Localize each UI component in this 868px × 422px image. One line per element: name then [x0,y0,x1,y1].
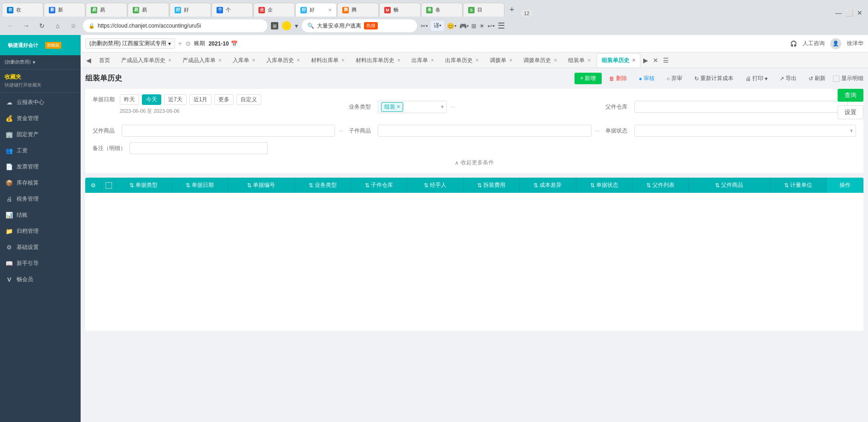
th-settings[interactable]: ⚙ [85,179,102,192]
clckd-history-close[interactable]: × [397,57,400,64]
add-company-icon[interactable]: + [178,40,182,48]
assembly-close[interactable]: × [587,57,591,64]
scissor-tool[interactable]: ✂• [421,23,428,29]
sidebar-item-cloud-reports[interactable]: ☁ 云报表中心 [0,94,81,110]
forward-button[interactable]: → [20,20,32,32]
th-unit[interactable]: ⇅ 计量单位 [770,178,827,193]
tabs-scroll-left[interactable]: ◀ [84,56,93,65]
company-selector-topbar[interactable]: (勿删勿禁用) 江西服宝测试专用 ▾ [85,38,175,49]
bill-status-arrow[interactable]: ▾ [850,127,853,134]
content-tab-assembly-history[interactable]: 组装单历史 × [597,53,640,67]
query-button[interactable]: 查询 [838,89,863,102]
new-tab-button[interactable]: + [505,3,519,17]
print-button[interactable]: 🖨 打印 ▾ [741,73,772,84]
collapse-filter-button[interactable]: ∧ 收起更多条件 [93,156,856,168]
content-tab-rkd-history[interactable]: 入库单历史 × [261,53,305,67]
favorites-shortcut[interactable]: 快捷键打开收藏夹 [5,82,76,88]
abandon-button[interactable]: ○ 弃审 [662,73,687,84]
biz-type-dropdown[interactable]: ▾ [441,104,444,110]
pcrkd-history-close[interactable]: × [168,57,171,64]
content-tab-diaobod-history[interactable]: 调拨单历史 × [518,53,562,67]
sub-goods-more[interactable]: ··· [595,127,600,134]
ckd-history-close[interactable]: × [475,57,479,64]
browser-tab-0[interactable]: 在 在 [2,3,43,17]
game-tool[interactable]: 🎮• [459,23,469,29]
content-tab-ckd-history[interactable]: 出库单历史 × [440,53,484,67]
search-bar[interactable]: 🔍 大量安卓用户逃离 热搜 [302,19,417,32]
refresh-button[interactable]: ↻ [36,20,48,32]
th-no[interactable]: ⇅ 单据编号 [228,178,294,193]
delete-button[interactable]: 🗑 删除 [604,73,632,84]
maximize-button[interactable]: ⬜ [845,9,853,17]
today-button[interactable]: 今天 [142,94,161,105]
sidebar-item-inventory[interactable]: 📦 库存核算 [0,175,81,191]
company-selector[interactable]: (勿删勿禁用) ▾ [0,55,81,69]
qr-icon[interactable]: ⊞ [271,22,278,29]
diaobod-history-close[interactable]: × [554,57,557,64]
browser-tab-10[interactable]: 各 各 [421,3,463,17]
sidebar-item-archive[interactable]: 📁 归档管理 [0,223,81,239]
biz-type-more[interactable]: ··· [451,104,455,110]
period-selector[interactable]: 账期 2021-10 📅 [194,40,238,47]
browser-tab-9[interactable]: M 畅 [379,3,421,17]
sidebar-item-tax[interactable]: 🖨 税务管理 [0,191,81,207]
close-button[interactable]: ✕ [857,9,862,17]
tabs-menu[interactable]: ☰ [661,56,671,65]
tab-close-7[interactable]: × [328,6,332,13]
content-tab-assembly[interactable]: 组装单 × [563,53,596,67]
biz-type-tag-remove[interactable]: × [397,104,400,110]
th-dismantle[interactable]: ⇅ 拆装费用 [463,178,520,193]
header-checkbox[interactable] [106,182,112,189]
support-label[interactable]: 人工咨询 [803,40,825,47]
content-tab-ckd[interactable]: 出库单 × [406,53,439,67]
sidebar-item-fund-mgmt[interactable]: 💰 资金管理 [0,110,81,127]
th-type[interactable]: ⇅ 单据类型 [116,178,172,193]
th-checkbox[interactable] [102,179,116,192]
content-tab-clckd[interactable]: 材料出库单 × [306,53,350,67]
more-date-button[interactable]: 更多 [214,94,234,105]
content-tab-pcrkd[interactable]: 产成品入库单 × [177,53,227,67]
add-button[interactable]: + 新增 [575,73,601,84]
export-button[interactable]: ↗ 导出 [775,73,801,84]
parent-goods-more[interactable]: ··· [339,127,343,134]
th-costdiff[interactable]: ⇅ 成本差异 [520,178,576,193]
content-tab-diaobod[interactable]: 调拨单 × [485,53,517,67]
sidebar-item-membership[interactable]: V 畅会员 [0,272,81,288]
menu-tool[interactable]: ☰ [498,21,505,31]
emoji-tool[interactable]: 😊• [447,23,457,29]
th-status[interactable]: ⇅ 单据状态 [576,178,633,193]
browser-tab-5[interactable]: 个 个 [211,3,253,17]
tabs-scroll-right[interactable]: ▶ [641,56,650,65]
th-parentgoods[interactable]: ⇅ 父件商品 [689,178,770,193]
th-handler[interactable]: ⇅ 经手人 [407,178,463,193]
lightning-icon[interactable]: ⚡ [282,21,291,30]
diaobod-close[interactable]: × [509,57,512,64]
browser-tab-7[interactable]: 好 好 × [295,3,337,17]
assembly-history-close[interactable]: × [632,57,635,64]
browser-tab-2[interactable]: 易 易 [86,3,127,17]
ckd-close[interactable]: × [431,57,434,64]
th-parentlist[interactable]: ⇅ 父件列表 [633,178,689,193]
refresh-page-button[interactable]: ↺ 刷新 [804,73,830,84]
content-tab-home[interactable]: 首页 [94,53,115,67]
rkd-history-close[interactable]: × [297,57,300,64]
show-detail-checkbox[interactable] [833,75,839,82]
url-bar[interactable]: 🔒 https://cloud.chanjet.com/accounting/u… [83,19,267,32]
sidebar-item-closing[interactable]: 📊 结账 [0,207,81,223]
sidebar-item-fixed-assets[interactable]: 🏢 固定资产 [0,127,81,143]
th-date[interactable]: ⇅ 单据日期 [172,178,228,193]
th-subwarehouse[interactable]: ⇅ 子件仓库 [351,178,407,193]
sidebar-item-guide[interactable]: 📖 新手引导 [0,255,81,272]
1month-button[interactable]: 近1月 [189,94,212,105]
dropdown-icon[interactable]: ▾ [295,22,298,29]
grid-tool[interactable]: ⊞ [471,23,476,29]
translate-tool[interactable]: 译• [431,21,445,31]
filter-settings-button[interactable]: 设置 [838,105,863,119]
sidebar-item-invoice[interactable]: 📄 发票管理 [0,159,81,175]
browser-tab-8[interactable]: 腾 腾 [337,3,379,17]
tabs-close-all[interactable]: ✕ [651,56,660,65]
audit-button[interactable]: ● 审核 [634,73,659,84]
sun-tool[interactable]: ☀ [479,23,485,29]
content-tab-rkd[interactable]: 入库单 × [228,53,260,67]
content-tab-pcrkd-history[interactable]: 产成品入库单历史 × [116,53,176,67]
